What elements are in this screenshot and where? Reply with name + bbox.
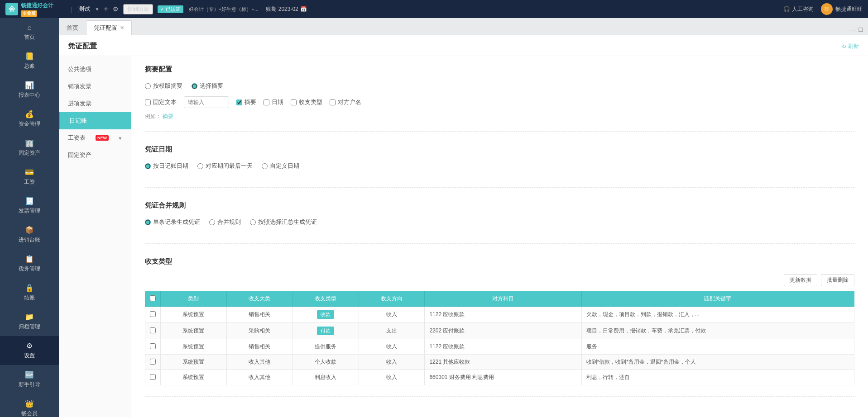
row-checkbox[interactable]	[150, 343, 156, 349]
topbar-sep: |	[71, 6, 72, 13]
config-nav-sales-invoice[interactable]: 销项发票	[59, 78, 131, 95]
refresh-button[interactable]: ↻ 刷新	[842, 43, 859, 50]
settings-sidebar-icon: ⚙	[26, 341, 33, 350]
tab-home-label: 首页	[67, 24, 78, 32]
sidebar-item-funds[interactable]: 💰 资金管理	[0, 104, 59, 133]
sidebar-item-assets[interactable]: 🏢 固定资产	[0, 133, 59, 162]
batch-delete-button[interactable]: 批量删除	[821, 274, 854, 286]
tab-voucher-config[interactable]: 凭证配置 ✕	[86, 20, 132, 35]
reports-icon: 📊	[25, 81, 34, 90]
switch-version-button[interactable]: 切到旧版	[123, 4, 153, 14]
checkbox-date[interactable]: 日期	[264, 98, 283, 106]
add-button[interactable]: +	[104, 5, 108, 13]
config-nav-fixed-assets[interactable]: 固定资产	[59, 147, 131, 164]
sidebar-item-purchase[interactable]: 📦 进销台账	[0, 220, 59, 249]
row-checkbox[interactable]	[150, 311, 156, 317]
income-expense-section: 收支类型 更新数据 批量删除 类别	[145, 257, 854, 397]
cell-type: 利息收入	[293, 370, 359, 385]
cell-account: 1122 应收账款	[425, 307, 581, 323]
dropdown-arrow-icon[interactable]: ▼	[95, 7, 99, 12]
sidebar-item-reports[interactable]: 📊 报表中心	[0, 76, 59, 104]
config-nav-payroll[interactable]: 工资表 NEW ▾	[59, 129, 131, 147]
topbar-right: 🎧 人工咨询 旺 畅捷通旺旺	[783, 3, 863, 15]
tab-home[interactable]: 首页	[59, 20, 86, 35]
calendar-icon[interactable]: 📅	[300, 6, 307, 12]
radio-period-last[interactable]: 对应期间最后一天	[197, 162, 253, 170]
checkbox-counterparty[interactable]: 对方户名	[330, 98, 361, 106]
sidebar-item-guide[interactable]: 🆕 新手引导	[0, 365, 59, 394]
radio-custom-date[interactable]: 自定义日期	[262, 162, 299, 170]
checkbox-income-type[interactable]: 收支类型	[291, 98, 322, 106]
funds-icon: 💰	[25, 110, 34, 118]
tab-close-icon[interactable]: ✕	[120, 25, 124, 31]
logo-icon: 会	[5, 3, 18, 15]
summary-radio-group: 按模版摘要 选择摘要	[145, 82, 854, 90]
config-nav-public[interactable]: 公共选项	[59, 61, 131, 78]
invoice-icon: 🧾	[25, 197, 34, 205]
cell-account: 1221 其他应收款	[425, 355, 581, 370]
th-direction: 收支方向	[359, 291, 425, 307]
radio-journal-date[interactable]: 按日记账日期	[145, 162, 188, 170]
select-all-checkbox[interactable]	[150, 295, 156, 301]
radio-single[interactable]: 单条记录生成凭证	[145, 218, 200, 226]
cell-category: 系统预置	[161, 355, 227, 370]
settings-icon[interactable]: ⚙	[113, 5, 119, 13]
tax-icon: 📋	[25, 255, 34, 263]
th-account: 对方科目	[425, 291, 581, 307]
sidebar-item-ledger[interactable]: 📒 总账	[0, 47, 59, 76]
logo-text: 畅捷通好会计	[21, 2, 53, 9]
home-icon: ⌂	[27, 24, 32, 32]
row-checkbox[interactable]	[150, 374, 156, 380]
logo-sub: 专业版	[21, 10, 37, 17]
sidebar-item-invoice[interactable]: 🧾 发票管理	[0, 191, 59, 220]
cell-major: 采购相关	[226, 323, 293, 339]
cell-keywords: 项目，日常费用，报销款，车费，承兑汇票，付款	[581, 323, 854, 339]
config-nav-purchase-invoice[interactable]: 进项发票	[59, 95, 131, 112]
cell-type: 收款	[293, 307, 359, 323]
sidebar-item-home[interactable]: ⌂ 首页	[0, 18, 59, 47]
row-checkbox[interactable]	[150, 327, 156, 333]
sidebar-item-member[interactable]: 👑 畅会员	[0, 394, 59, 417]
income-expense-title: 收支类型	[145, 257, 854, 266]
user-area[interactable]: 旺 畅捷通旺旺	[821, 3, 863, 15]
radio-select[interactable]: 选择摘要	[192, 82, 223, 90]
config-nav-journal[interactable]: 日记账	[59, 112, 131, 129]
summary-config-title: 摘要配置	[145, 65, 854, 74]
maximize-icon[interactable]: □	[859, 26, 863, 33]
consult-area[interactable]: 🎧 人工咨询	[783, 5, 814, 13]
fixed-text-input[interactable]	[184, 96, 229, 108]
cell-account: 1122 应收账款	[425, 339, 581, 355]
radio-template[interactable]: 按模版摘要	[145, 82, 182, 90]
checkbox-summary[interactable]: 摘要	[236, 98, 256, 106]
sidebar-item-salary[interactable]: 💳 工资	[0, 162, 59, 191]
row-checkbox[interactable]	[150, 359, 156, 365]
type-tag-button[interactable]: 收款	[317, 310, 334, 319]
cell-account: 660301 财务费用 利息费用	[425, 370, 581, 385]
row-checkbox-cell	[145, 370, 161, 385]
sidebar-item-settings[interactable]: ⚙ 设置	[0, 336, 59, 365]
user-name: 畅捷通旺旺	[835, 5, 863, 13]
sidebar-item-tax[interactable]: 📋 税务管理	[0, 249, 59, 278]
update-data-button[interactable]: 更新数据	[784, 274, 817, 286]
purchase-icon: 📦	[25, 226, 34, 234]
sidebar-item-close[interactable]: 🔒 结账	[0, 278, 59, 307]
merge-rules-title: 凭证合并规则	[145, 201, 854, 210]
guide-icon: 🆕	[25, 370, 34, 379]
sidebar-item-archive[interactable]: 📁 归档管理	[0, 307, 59, 336]
config-content: 摘要配置 按模版摘要 选择摘要	[131, 56, 868, 417]
logo: 会 畅捷通好会计 专业版	[5, 2, 64, 17]
minimize-icon[interactable]: —	[850, 26, 856, 33]
close-accounts-icon: 🔒	[25, 284, 34, 292]
assets-icon: 🏢	[25, 139, 34, 147]
radio-summary[interactable]: 按照选择汇总生成凭证	[250, 218, 317, 226]
table-actions: 更新数据 批量删除	[145, 274, 854, 286]
radio-merge[interactable]: 合并规则	[209, 218, 241, 226]
cell-category: 系统预置	[161, 323, 227, 339]
cell-direction: 支出	[359, 323, 425, 339]
summary-checkbox-row: 固定文本 摘要 日期	[145, 96, 854, 108]
salary-icon: 💳	[25, 168, 34, 176]
type-tag-button[interactable]: 付款	[317, 327, 334, 335]
checkbox-fixed-text[interactable]: 固定文本	[145, 98, 177, 106]
status-tags: ✓ 已认证 好会计（专）+好生意（标）+...	[158, 5, 261, 13]
chevron-down-icon: ▾	[119, 135, 122, 142]
